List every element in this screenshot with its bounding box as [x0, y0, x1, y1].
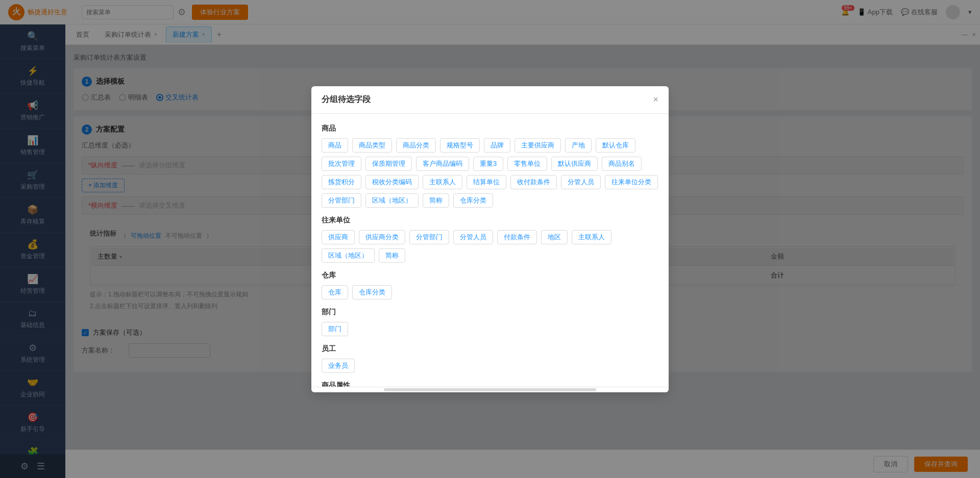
section-title-warehouse: 仓库 — [322, 271, 658, 280]
field-chip-origin[interactable]: 产地 — [565, 138, 592, 153]
field-chip-short-name[interactable]: 简称 — [423, 193, 449, 208]
field-chip-partner-manager[interactable]: 分管人员 — [453, 230, 493, 244]
field-chip-goods-category[interactable]: 商品分类 — [396, 138, 436, 153]
field-chip-dept[interactable]: 分管部门 — [322, 193, 361, 208]
field-chip-partner-dept[interactable]: 分管部门 — [409, 230, 449, 244]
field-chip-goods[interactable]: 商品 — [322, 138, 348, 153]
field-chip-default-supplier[interactable]: 默认供应商 — [551, 157, 598, 171]
field-chip-pick-points[interactable]: 拣货积分 — [322, 175, 361, 189]
field-chip-payment-terms[interactable]: 收付款条件 — [510, 175, 557, 189]
field-chip-main-supplier[interactable]: 主要供应商 — [514, 138, 561, 153]
section-title-partner: 往来单位 — [322, 216, 658, 225]
field-chip-retail-unit[interactable]: 零售单位 — [507, 157, 547, 171]
field-chip-partner-category[interactable]: 往来单位分类 — [605, 175, 658, 189]
modal-overlay[interactable]: 分组待选字段 × 商品 商品 商品类型 商品分类 规格型号 品牌 主要供应商 产… — [0, 0, 980, 478]
field-chip-warehouse-cat[interactable]: 仓库分类 — [453, 193, 493, 208]
field-chip-batch[interactable]: 批次管理 — [322, 157, 361, 171]
modal-hscroll[interactable] — [311, 387, 669, 392]
field-chip-warehouse-category[interactable]: 仓库分类 — [352, 285, 392, 299]
section-title-staff: 员工 — [322, 344, 658, 354]
field-chip-region2[interactable]: 区域（地区） — [322, 248, 375, 263]
field-chip-main-contact2[interactable]: 主联系人 — [572, 230, 611, 244]
field-chip-short-name2[interactable]: 简称 — [379, 248, 405, 263]
field-select-modal: 分组待选字段 × 商品 商品 商品类型 商品分类 规格型号 品牌 主要供应商 产… — [311, 86, 669, 392]
field-chip-department[interactable]: 部门 — [322, 322, 348, 336]
field-chip-alias[interactable]: 商品别名 — [602, 157, 642, 171]
field-chip-brand[interactable]: 品牌 — [484, 138, 510, 153]
modal-body: 商品 商品 商品类型 商品分类 规格型号 品牌 主要供应商 产地 默认仓库 批次… — [311, 114, 669, 387]
field-chip-shelf-life[interactable]: 保质期管理 — [365, 157, 412, 171]
field-grid-partner: 供应商 供应商分类 分管部门 分管人员 付款条件 地区 主联系人 区域（地区） … — [322, 230, 658, 263]
field-chip-supplier[interactable]: 供应商 — [322, 230, 355, 244]
field-chip-salesperson[interactable]: 业务员 — [322, 359, 355, 373]
section-title-dept: 部门 — [322, 308, 658, 317]
field-chip-manager[interactable]: 分管人员 — [561, 175, 601, 189]
field-chip-goods-type[interactable]: 商品类型 — [352, 138, 392, 153]
modal-title: 分组待选字段 — [322, 94, 371, 105]
field-grid-dept: 部门 — [322, 322, 658, 336]
field-chip-area[interactable]: 地区 — [541, 230, 568, 244]
field-chip-warehouse[interactable]: 仓库 — [322, 285, 348, 299]
field-chip-payment-cond[interactable]: 付款条件 — [497, 230, 537, 244]
hscroll-thumb — [384, 388, 596, 391]
field-chip-weight[interactable]: 重量3 — [473, 157, 503, 171]
field-chip-settlement-unit[interactable]: 结算单位 — [467, 175, 506, 189]
modal-close-button[interactable]: × — [653, 94, 658, 105]
field-grid-warehouse: 仓库 仓库分类 — [322, 285, 658, 299]
modal-header: 分组待选字段 × — [311, 86, 669, 114]
field-grid-goods: 商品 商品类型 商品分类 规格型号 品牌 主要供应商 产地 默认仓库 批次管理 … — [322, 138, 658, 208]
field-chip-customer-code[interactable]: 客户商品编码 — [416, 157, 469, 171]
section-title-attr: 商品属性 — [322, 381, 658, 387]
section-title-goods: 商品 — [322, 124, 658, 133]
field-chip-default-warehouse[interactable]: 默认仓库 — [596, 138, 635, 153]
field-chip-spec-model[interactable]: 规格型号 — [440, 138, 480, 153]
field-chip-region[interactable]: 区域（地区） — [365, 193, 419, 208]
field-chip-tax-code[interactable]: 税收分类编码 — [365, 175, 419, 189]
field-chip-main-contact[interactable]: 主联系人 — [423, 175, 462, 189]
field-chip-supplier-category[interactable]: 供应商分类 — [359, 230, 405, 244]
field-grid-staff: 业务员 — [322, 359, 658, 373]
